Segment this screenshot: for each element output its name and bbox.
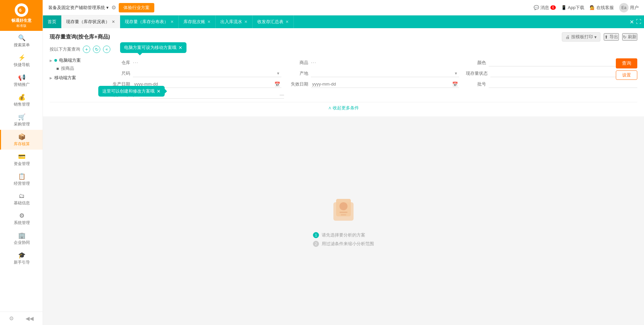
tab-receipt-summary[interactable]: 收发存汇总表 ✕ bbox=[253, 15, 294, 28]
close-tooltip2-btn[interactable]: ✕ bbox=[157, 89, 161, 94]
chevron-down-icon: ▾ bbox=[106, 5, 109, 10]
close-receipt-summary-tab[interactable]: ✕ bbox=[285, 19, 289, 24]
sidebar-item-inventory[interactable]: 📦 库存核算 bbox=[0, 130, 43, 150]
sidebar-item-search[interactable]: 🔍 搜索菜单 bbox=[0, 31, 43, 51]
color-select[interactable]: ▾ bbox=[489, 59, 637, 66]
calendar-icon-expire[interactable]: 📅 bbox=[451, 82, 459, 87]
empty-step-1: 1 请先选择要分析的方案 bbox=[313, 232, 374, 238]
expire-date-label: 失效日期 bbox=[288, 81, 308, 87]
desktop-scheme-sub: ■ 按商品 bbox=[50, 64, 103, 72]
filter-row-3: 生产日期 📅 失效日期 📅 bbox=[110, 80, 637, 88]
topbar-left: 装备及固定资产辅助管理系统 ▾ ⚙ 体验行业方案 bbox=[48, 3, 154, 12]
close-tooltip1-btn[interactable]: ✕ bbox=[178, 45, 182, 50]
close-inventory-status-tab[interactable]: ✕ bbox=[112, 19, 115, 24]
online-service-btn[interactable]: 💁 在线客服 bbox=[590, 5, 614, 11]
tab-inout-flow[interactable]: 出入库流水 ✕ bbox=[216, 15, 253, 28]
sidebar-item-purchase[interactable]: 🛒 采购管理 bbox=[0, 110, 43, 130]
sidebar-item-guide[interactable]: 🎓 新手引导 bbox=[0, 248, 43, 268]
search-btn-area: 查询 设置 bbox=[616, 58, 637, 80]
solution-btn[interactable]: 体验行业方案 bbox=[119, 3, 154, 12]
search-icon: 🔍 bbox=[18, 34, 25, 42]
refresh-scheme-btn[interactable]: ↻ bbox=[93, 46, 100, 53]
close-all-tabs-icon[interactable]: ✕ bbox=[630, 19, 634, 25]
message-btn[interactable]: 💬 消息 6 bbox=[534, 5, 556, 11]
sidebar-item-system[interactable]: ⚙ 系统管理 bbox=[0, 209, 43, 228]
step-1-num: 1 bbox=[313, 232, 319, 238]
add-scheme-btn[interactable]: + bbox=[83, 46, 90, 53]
sidebar-settings-btn[interactable]: ⚙ bbox=[9, 315, 14, 322]
color-label: 颜色 bbox=[466, 60, 486, 66]
batch-no-label: 批号 bbox=[466, 81, 486, 87]
desktop-scheme-item[interactable]: ▶ 电脑端方案 bbox=[50, 56, 103, 64]
topbar-right: 💬 消息 6 📱 App下载 💁 在线客服 Ea 用户 bbox=[534, 3, 639, 12]
stock-status-label: 现存量状态 bbox=[466, 70, 488, 76]
mobile-scheme-item[interactable]: ▶ 移动端方案 bbox=[50, 74, 103, 82]
expand-arrow-icon: ▶ bbox=[50, 59, 52, 62]
collapse-filter-btn[interactable]: ∧ 收起更多条件 bbox=[50, 102, 637, 114]
sidebar-label-operation: 经营管理 bbox=[14, 181, 30, 186]
sidebar-label-purchase: 采购管理 bbox=[14, 121, 30, 127]
export-btn[interactable]: ⬆ 导出 bbox=[604, 33, 619, 41]
empty-step-2: 2 用过滤条件来缩小分析范围 bbox=[313, 241, 374, 247]
sidebar-item-sales[interactable]: 💰 销售管理 bbox=[0, 90, 43, 110]
warehouse-label: 仓库 bbox=[110, 60, 130, 66]
home-tab-label: 首页 bbox=[48, 19, 56, 25]
close-inout-flow-tab[interactable]: ✕ bbox=[244, 19, 248, 24]
system-title-select[interactable]: 装备及固定资产辅助管理系统 ▾ bbox=[48, 5, 109, 11]
close-inventory-dist-tab[interactable]: ✕ bbox=[170, 19, 174, 24]
batch-no-input[interactable] bbox=[489, 80, 637, 88]
warehouse-dots[interactable]: ··· bbox=[133, 60, 138, 66]
sidebar-label-guide: 新手引导 bbox=[14, 260, 30, 265]
tab-inventory-status[interactable]: 现存量（库存状况表） ✕ bbox=[61, 15, 120, 28]
size-select[interactable]: ▾ bbox=[133, 70, 281, 77]
template-print-btn[interactable]: 🖨 按模板打印 ▾ bbox=[562, 32, 600, 42]
calendar-icon-produce[interactable]: 📅 bbox=[273, 82, 281, 87]
printer-icon: 🖨 bbox=[566, 35, 570, 40]
sidebar-item-basic[interactable]: 🗂 基础信息 bbox=[0, 189, 43, 209]
sidebar: 6 畅通好生意 标准版 🔍 搜索菜单 ⚡ 快捷导航 📢 营销推广 💰 销售管理 … bbox=[0, 0, 43, 325]
maximize-icon[interactable]: ⛶ bbox=[636, 19, 641, 25]
sidebar-item-asset[interactable]: 💳 资金管理 bbox=[0, 150, 43, 169]
sidebar-collapse-btn[interactable]: ◀◀ bbox=[25, 315, 34, 322]
message-label: 消息 bbox=[540, 5, 549, 11]
sidebar-item-enterprise[interactable]: 🏢 企业协同 bbox=[0, 228, 43, 248]
tab-inventory-batch[interactable]: 库存批次账 ✕ bbox=[179, 15, 216, 28]
goods-dots[interactable]: ··· bbox=[311, 60, 316, 66]
close-inventory-batch-tab[interactable]: ✕ bbox=[207, 19, 211, 24]
inventory-batch-tab-label: 库存批次账 bbox=[183, 19, 205, 25]
stock-status-select[interactable]: ▾ bbox=[490, 70, 637, 77]
app-download-btn[interactable]: 📱 App下载 bbox=[561, 5, 584, 11]
search-btn[interactable]: 查询 bbox=[616, 58, 637, 68]
empty-steps-list: 1 请先选择要分析的方案 2 用过滤条件来缩小分析范围 bbox=[313, 232, 374, 250]
filter-fields: 仓库 ··· 商品 ··· 颜色 ▾ bbox=[110, 56, 637, 99]
expire-date-input[interactable] bbox=[311, 80, 451, 88]
set-btn[interactable]: 设置 bbox=[616, 70, 637, 80]
operation-icon: 📋 bbox=[18, 173, 25, 180]
message-icon: 💬 bbox=[534, 5, 539, 10]
tooltip-scheme: 电脑方案可设为移动方案哦 ✕ .tooltip-arrow-bottom::af… bbox=[120, 42, 186, 53]
settings-gear-icon[interactable]: ⚙ bbox=[111, 4, 116, 11]
range-separator: — bbox=[280, 92, 284, 97]
user-btn[interactable]: Ea 用户 bbox=[619, 3, 639, 12]
tab-home[interactable]: 首页 bbox=[43, 15, 61, 28]
size-chevron-icon: ▾ bbox=[277, 71, 279, 76]
back-btn[interactable]: « bbox=[103, 46, 110, 53]
sales-icon: 💰 bbox=[18, 94, 25, 101]
export-icon: ⬆ bbox=[604, 35, 608, 40]
page-content: 现存量查询(按仓库+商品) 🖨 按模板打印 ▾ ⬆ 导出 ↻ 刷新 bbox=[43, 28, 644, 325]
tab-inventory-dist[interactable]: 现存量（库存分布表） ✕ bbox=[120, 15, 179, 28]
service-icon: 💁 bbox=[590, 5, 595, 10]
mobile-icon: 📱 bbox=[561, 5, 567, 10]
sidebar-item-quicknav[interactable]: ⚡ 快捷导航 bbox=[0, 51, 43, 70]
sidebar-label-system: 系统管理 bbox=[14, 220, 30, 226]
origin-select[interactable]: ▾ bbox=[311, 70, 460, 77]
step-2-num: 2 bbox=[313, 241, 319, 247]
sidebar-item-marketing[interactable]: 📢 营销推广 bbox=[0, 70, 43, 90]
refresh-btn[interactable]: ↻ 刷新 bbox=[622, 33, 637, 41]
origin-label: 产地 bbox=[288, 70, 308, 76]
collapse-label: 收起更多条件 bbox=[333, 105, 359, 110]
logo-icon: 6 bbox=[15, 3, 28, 17]
basic-icon: 🗂 bbox=[19, 193, 25, 200]
desktop-sub-item[interactable]: ■ 按商品 bbox=[56, 64, 103, 72]
sidebar-item-operation[interactable]: 📋 经营管理 bbox=[0, 169, 43, 189]
